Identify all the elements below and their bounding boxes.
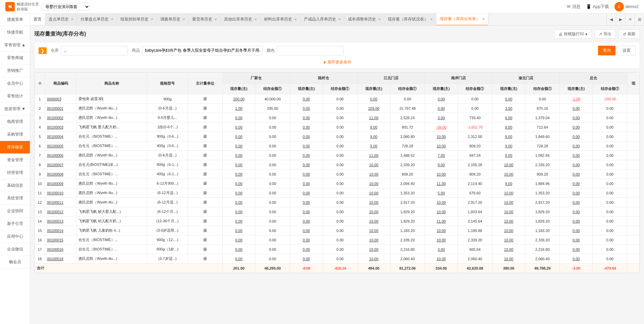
goods-input[interactable]: [142, 46, 263, 55]
row-yb-qty[interactable]: 10.00: [492, 245, 525, 254]
row-total-qty[interactable]: 0.00: [560, 226, 593, 235]
row-lu-qty[interactable]: 0.00: [290, 226, 323, 235]
row-total-qty[interactable]: 0.00: [560, 179, 593, 188]
row-total-qty[interactable]: 0.00: [560, 188, 593, 198]
tab-close[interactable]: ✕: [338, 17, 341, 21]
tab-split-stocktake[interactable]: 分量盘点单历史 ✕: [77, 13, 117, 26]
sidebar-item-ecom[interactable]: 电商管理: [0, 115, 30, 128]
tab-home[interactable]: 首页: [30, 13, 45, 26]
row-yb-qty[interactable]: 8.00: [492, 132, 525, 141]
row-lu-qty[interactable]: 0.00: [290, 141, 323, 151]
tab-stock-status[interactable]: 现存量（库存状况表） ✕: [384, 13, 436, 26]
row-factory-qty[interactable]: 0.00: [222, 235, 255, 245]
row-code[interactable]: 0000003: [45, 94, 76, 104]
row-yb-qty[interactable]: 8.00: [492, 123, 525, 132]
row-total-qty[interactable]: 0.00: [560, 245, 593, 254]
sidebar-item-corp[interactable]: 企业协同: [0, 205, 30, 218]
row-code[interactable]: 00100012: [45, 207, 76, 217]
row-yb-qty[interactable]: 10.00: [492, 226, 525, 235]
tab-other-outbound[interactable]: 其他出库单历史 ✕: [221, 13, 261, 26]
row-jb-qty[interactable]: 10.00: [357, 217, 390, 226]
row-factory-qty[interactable]: 0.00: [222, 170, 255, 179]
row-code[interactable]: 00100014: [45, 226, 76, 235]
row-factory-qty[interactable]: 0.00: [222, 151, 255, 160]
row-lu-qty[interactable]: 0.00: [290, 198, 323, 207]
row-code[interactable]: 00100002: [45, 113, 76, 123]
row-yb-qty[interactable]: 10.00: [492, 207, 525, 217]
settings-gear-icon[interactable]: ⚙: [38, 81, 42, 85]
row-total-qty[interactable]: 0.00: [560, 254, 593, 264]
sidebar-item-app[interactable]: 应用中心: [0, 230, 30, 243]
row-code[interactable]: 00100010: [45, 188, 76, 198]
row-factory-qty[interactable]: 0.00: [222, 226, 255, 235]
download-item[interactable]: 📱 App下载: [586, 4, 609, 10]
row-yb-qty[interactable]: 8.00: [492, 151, 525, 160]
row-factory-qty[interactable]: 0.00: [222, 123, 255, 132]
row-jb-qty[interactable]: 11.00: [357, 151, 390, 160]
row-yb-qty[interactable]: 9.00: [492, 141, 525, 151]
row-na-qty[interactable]: 11.00: [425, 179, 458, 188]
row-na-qty[interactable]: 10.00: [425, 207, 458, 217]
row-factory-qty[interactable]: 0.00: [222, 188, 255, 198]
row-code[interactable]: 00100011: [45, 198, 76, 207]
row-jb-qty[interactable]: 11.00: [357, 113, 390, 123]
row-jb-qty[interactable]: 10.00: [357, 160, 390, 170]
search-button[interactable]: 查询: [598, 46, 615, 55]
sidebar-item-purchase[interactable]: 采购管理: [0, 128, 30, 141]
row-total-qty[interactable]: 0.00: [560, 217, 593, 226]
row-na-qty[interactable]: 3.00: [425, 245, 458, 254]
tab-expand-btn[interactable]: ⊞: [635, 13, 644, 26]
row-factory-qty[interactable]: 0.00: [222, 254, 255, 264]
sidebar-item-member[interactable]: 会员中心: [0, 77, 30, 90]
tab-close[interactable]: ✕: [430, 17, 433, 21]
tab-prev-btn[interactable]: ◀: [606, 13, 616, 26]
tab-finished-inbound[interactable]: 产成品入库单历史 ✕: [301, 13, 344, 26]
row-lu-qty[interactable]: 0.00: [290, 170, 323, 179]
row-lu-qty[interactable]: 0.00: [290, 123, 323, 132]
sidebar-item-retail-mgmt[interactable]: 零售管理 ▲: [0, 39, 30, 52]
sidebar-item-basic[interactable]: 基础信息: [0, 179, 30, 192]
row-na-qty[interactable]: 5.00: [425, 188, 458, 198]
row-code[interactable]: 00100008: [45, 170, 76, 179]
sidebar-item-marketing[interactable]: 营销推广: [0, 64, 30, 77]
row-jb-qty[interactable]: 0.00: [357, 94, 390, 104]
row-factory-qty[interactable]: 200.00: [222, 94, 255, 104]
expand-conditions-btn[interactable]: ▼ 展开更多条件: [323, 59, 352, 65]
row-total-qty[interactable]: -1.00: [560, 94, 593, 104]
row-total-qty[interactable]: 0.00: [560, 235, 593, 245]
row-na-qty[interactable]: 0.00: [425, 104, 458, 113]
row-jb-qty[interactable]: 10.00: [357, 207, 390, 217]
row-na-qty[interactable]: 10.00: [425, 226, 458, 235]
row-lu-qty[interactable]: 0.00: [290, 207, 323, 217]
row-lu-qty[interactable]: 0.00: [290, 94, 323, 104]
row-lu-qty[interactable]: 0.00: [290, 132, 323, 141]
sidebar-item-retail-mall[interactable]: 零售商城: [0, 52, 30, 64]
row-lu-qty[interactable]: 0.00: [290, 188, 323, 198]
row-code[interactable]: 00100004: [45, 132, 76, 141]
tab-cost-adjust[interactable]: 成本调整单历史 ✕: [344, 13, 384, 26]
color-input[interactable]: [277, 46, 344, 55]
row-yb-qty[interactable]: 0.00: [492, 94, 525, 104]
sidebar-item-wechat[interactable]: 企业微信: [0, 243, 30, 256]
row-jb-qty[interactable]: 10.00: [357, 170, 390, 179]
row-na-qty[interactable]: -39.00: [425, 123, 458, 132]
sidebar-item-member2[interactable]: 畅会员: [0, 256, 30, 269]
row-jb-qty[interactable]: 9.00: [357, 141, 390, 151]
row-lu-qty[interactable]: 0.00: [290, 217, 323, 226]
row-jb-qty[interactable]: 10.00: [357, 179, 390, 188]
row-total-qty[interactable]: 0.00: [560, 123, 593, 132]
row-code[interactable]: 00100001: [45, 104, 76, 113]
row-code[interactable]: 00100007: [45, 160, 76, 170]
row-jb-qty[interactable]: 10.00: [357, 235, 390, 245]
sidebar-item-wholesale[interactable]: 批发管理 ▼: [0, 103, 30, 115]
tab-close-btn[interactable]: ✕: [625, 13, 635, 26]
row-factory-qty[interactable]: 0.00: [222, 245, 255, 254]
row-code[interactable]: 00100018: [45, 254, 76, 264]
tab-close[interactable]: ✕: [482, 17, 485, 21]
user-item[interactable]: E demo2: [614, 2, 639, 11]
row-na-qty[interactable]: 10.00: [425, 198, 458, 207]
row-total-qty[interactable]: 0.00: [560, 151, 593, 160]
row-total-qty[interactable]: 0.00: [560, 141, 593, 151]
row-yb-qty[interactable]: 9.00: [492, 179, 525, 188]
company-dropdown[interactable]: 母婴行业演示陈套: [42, 3, 90, 10]
